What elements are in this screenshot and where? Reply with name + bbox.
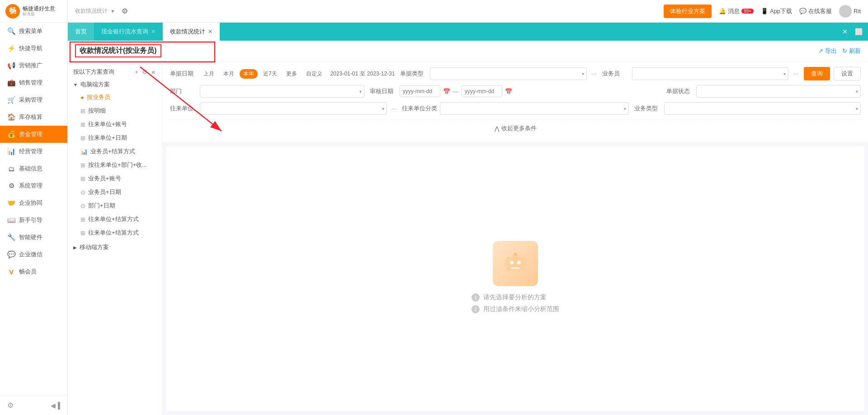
date-tab-custom[interactable]: 自定义: [302, 69, 326, 79]
system-icon: ⚙: [7, 182, 15, 190]
footer-settings-icon[interactable]: ⚙: [7, 401, 14, 410]
scheme-item-unit-settle2[interactable]: ⊞ 往来单位+结算方式: [68, 226, 162, 240]
sidebar-item-finance[interactable]: 💰 资金管理: [0, 126, 67, 143]
online-service[interactable]: 💬 在线客服: [799, 7, 832, 15]
customer-select[interactable]: ▾: [200, 102, 387, 115]
desktop-expand-arrow: ▼: [73, 82, 78, 87]
logo-area: 畅 畅捷通好生意 标准版: [0, 0, 67, 23]
app-download[interactable]: 📱 App下载: [761, 7, 792, 15]
sidebar-item-member[interactable]: V 畅会员: [0, 263, 67, 280]
dept-field: 部门 ▾: [170, 85, 364, 98]
scheme-item-unit-account[interactable]: ⊞ 往来单位+账号: [68, 118, 162, 131]
query-button[interactable]: 查询: [804, 67, 830, 80]
business-type-input[interactable]: [664, 102, 861, 115]
scheme-item-salesman-settle[interactable]: 📊 业务员+结算方式: [68, 145, 162, 158]
review-date-to-calendar[interactable]: 📅: [505, 88, 512, 95]
sidebar-item-enterprise[interactable]: 🤝 企业协同: [0, 194, 67, 212]
panel-collapse-button[interactable]: «: [150, 68, 157, 75]
sidebar-item-shortcut[interactable]: ⚡ 快捷导航: [0, 40, 67, 57]
sidebar-item-hardware[interactable]: 🔧 智能硬件: [0, 229, 67, 246]
footer-collapse-icon[interactable]: ◀▐: [51, 402, 60, 409]
voucher-type-input[interactable]: [430, 67, 587, 80]
sidebar-item-guide[interactable]: 📖 新手引导: [0, 212, 67, 229]
sidebar-item-basic[interactable]: 🗂 基础信息: [0, 160, 67, 177]
sidebar-item-search[interactable]: 🔍 搜索菜单: [0, 23, 67, 40]
refresh-button[interactable]: ↻ 刷新: [842, 47, 861, 55]
salesman-input[interactable]: [632, 67, 789, 80]
tab-home[interactable]: 首页: [68, 23, 94, 41]
top-header: 收款情况统计 ▾ ⚙ 体验行业方案 🔔 消息 99+ 📱 App下载 💬 在线客…: [68, 0, 868, 23]
window-maximize-icon[interactable]: ⬜: [853, 26, 864, 37]
panel-add-button[interactable]: +: [133, 68, 140, 75]
collapse-row: ⋀ 收起更多条件: [170, 119, 861, 137]
mobile-scheme-title[interactable]: ▶ 移动端方案: [68, 241, 162, 253]
user-area[interactable]: Rit: [839, 5, 861, 18]
dept-select[interactable]: ▾: [200, 85, 364, 98]
scheme-item-by-salesman[interactable]: ● 按业务员: [68, 90, 162, 104]
settings-button[interactable]: 设置: [834, 67, 861, 80]
business-type-select[interactable]: ▾: [664, 102, 861, 115]
svg-rect-3: [511, 267, 520, 269]
tab-bar-right: ✕ ⬜: [840, 26, 868, 37]
review-date-to-input[interactable]: [462, 85, 502, 97]
salesman-more-icon[interactable]: ···: [793, 70, 798, 77]
logo-icon: 畅: [5, 4, 20, 19]
sidebar-item-sales[interactable]: 💼 销售管理: [0, 74, 67, 91]
sidebar-item-system[interactable]: ⚙ 系统管理: [0, 177, 67, 194]
desktop-scheme-title[interactable]: ▼ 电脑端方案: [68, 79, 162, 90]
sidebar-item-marketing[interactable]: 📢 营销推广: [0, 57, 67, 74]
tab-receipt-close[interactable]: ✕: [208, 28, 212, 35]
export-button[interactable]: ↗ 导出: [818, 47, 837, 55]
content-area: 按以下方案查询 + ⚙ « ▼ 电脑端方案 ● 按业务员 ⊞: [68, 61, 868, 415]
breadcrumb-dropdown-icon[interactable]: ▾: [111, 8, 114, 14]
tab-receipt[interactable]: 收款情况统计 ✕: [163, 23, 220, 41]
voucher-status-input[interactable]: [696, 85, 861, 98]
salesman-account-icon: ⊞: [80, 175, 85, 182]
customer-category-select[interactable]: ▾: [440, 102, 628, 115]
review-date-from-input[interactable]: [400, 85, 440, 97]
review-date-from-calendar[interactable]: 📅: [443, 88, 450, 95]
svg-point-1: [510, 261, 514, 264]
customer-category-label: 往来单位分类: [402, 104, 437, 113]
svg-point-2: [517, 261, 521, 264]
date-tab-last-month[interactable]: 上月: [200, 69, 218, 79]
tab-bank-close[interactable]: ✕: [151, 28, 156, 35]
customer-input[interactable]: [200, 102, 387, 115]
notification-area[interactable]: 🔔 消息 99+: [719, 7, 754, 15]
voucher-type-more-icon[interactable]: ···: [591, 70, 597, 77]
scheme-item-salesman-account[interactable]: ⊞ 业务员+账号: [68, 172, 162, 185]
window-close-icon[interactable]: ✕: [840, 26, 849, 37]
date-label: 单据日期: [170, 70, 197, 78]
date-tab-this-year[interactable]: 本年: [240, 69, 258, 79]
trial-button[interactable]: 体验行业方案: [664, 5, 712, 18]
date-tab-more[interactable]: 更多: [283, 69, 301, 79]
finance-icon: 💰: [7, 130, 15, 138]
customer-more-icon[interactable]: ···: [392, 105, 397, 112]
scheme-item-unit-date[interactable]: ⊞ 往来单位+日期: [68, 131, 162, 145]
date-tab-last7[interactable]: 近7天: [259, 69, 281, 79]
search-form: 单据日期 上月 本月 本年 近7天 更多 自定义 2023-01-01 至: [163, 61, 868, 143]
tip-num-2: 2: [472, 305, 480, 313]
user-avatar: [839, 5, 852, 18]
customer-category-input[interactable]: [440, 102, 628, 115]
sidebar-item-operation[interactable]: 📊 经营管理: [0, 143, 67, 160]
tab-bank[interactable]: 现金银行流水查询 ✕: [94, 23, 163, 41]
voucher-type-select[interactable]: ▾: [430, 67, 587, 80]
scheme-item-unit-settle1[interactable]: ⊞ 往来单位+结算方式: [68, 212, 162, 226]
dept-input[interactable]: [200, 85, 364, 98]
header-settings-icon[interactable]: ⚙: [122, 7, 128, 15]
sidebar-item-wechat[interactable]: 💬 企业微信: [0, 246, 67, 263]
panel-settings-button[interactable]: ⚙: [140, 68, 150, 75]
scheme-item-salesman-date[interactable]: ⊙ 业务员+日期: [68, 185, 162, 199]
shortcut-icon: ⚡: [7, 44, 15, 52]
sidebar-item-inventory[interactable]: 🏠 库存核算: [0, 108, 67, 126]
salesman-select[interactable]: ▾: [632, 67, 789, 80]
collapse-button[interactable]: ⋀ 收起更多条件: [492, 122, 539, 135]
scheme-item-dept-date[interactable]: ⊙ 部门+日期: [68, 199, 162, 212]
scheme-item-by-detail[interactable]: ⊞ 按明细: [68, 104, 162, 118]
voucher-status-select[interactable]: ▾: [696, 85, 861, 98]
date-tab-this-month[interactable]: 本月: [220, 69, 238, 79]
sidebar-item-purchase[interactable]: 🛒 采购管理: [0, 91, 67, 108]
scheme-item-unit-dept[interactable]: ⊞ 按往来单位+部门+收...: [68, 158, 162, 172]
form-row-1: 单据日期 上月 本月 本年 近7天 更多 自定义 2023-01-01 至: [170, 67, 861, 80]
